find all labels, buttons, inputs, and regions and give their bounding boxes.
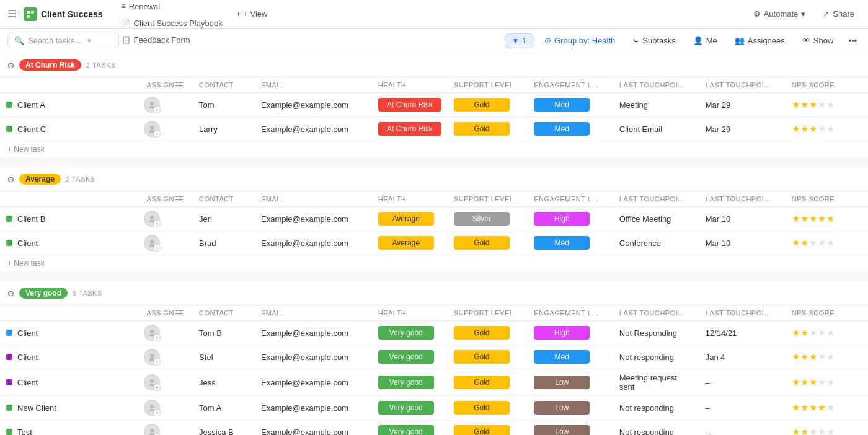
- task-name-label[interactable]: Client: [17, 239, 38, 248]
- star-empty-icon: ★: [826, 123, 835, 134]
- chevron-icon[interactable]: ⊙: [7, 61, 14, 70]
- me-button[interactable]: 👤 Me: [687, 33, 724, 48]
- avatar[interactable]: [144, 424, 160, 435]
- health-badge: Average: [378, 236, 434, 250]
- health-cell: Very good: [372, 369, 448, 396]
- col-header-engagement: ENGAGEMENT L...: [528, 305, 613, 321]
- avatar[interactable]: [144, 400, 160, 416]
- show-button[interactable]: 👁 Show: [796, 33, 840, 48]
- task-name-label[interactable]: Client: [17, 378, 38, 387]
- task-name-cell: Client A: [0, 93, 138, 117]
- new-task-button[interactable]: + New task: [0, 141, 868, 157]
- star-full-icon: ★: [800, 213, 808, 224]
- support-badge: Gold: [454, 122, 510, 136]
- health-badge: Very good: [378, 376, 434, 389]
- group-badge: Average: [19, 174, 61, 185]
- tab-label: Client Success Playbook: [134, 19, 223, 28]
- health-cell: Average: [372, 207, 448, 231]
- star-full-icon: ★: [809, 123, 817, 134]
- task-name-label[interactable]: Client: [17, 353, 38, 362]
- nps-stars: ★★★★★: [792, 123, 862, 134]
- engagement-badge: Low: [534, 376, 590, 389]
- touchpoint1-cell: Conference: [613, 231, 699, 255]
- col-header-support: SUPPORT LEVEL: [448, 305, 528, 321]
- email-cell: Example@example.com: [255, 369, 372, 396]
- nav-tab-feedback[interactable]: 📋Feedback Form: [115, 32, 229, 48]
- group-table-very-good: ASSIGNEE CONTACT EMAIL HEALTH SUPPORT LE…: [0, 305, 868, 435]
- table-row[interactable]: Client Tom B Example@example.com Very go…: [0, 321, 868, 345]
- assignee-cell: [138, 369, 193, 396]
- col-header-touchpoint2: LAST TOUCHPOI...: [699, 77, 786, 93]
- col-header-touchpoint1: LAST TOUCHPOI...: [613, 77, 699, 93]
- task-name-label[interactable]: Client B: [17, 214, 46, 224]
- nav-tab-playbook[interactable]: 📄Client Success Playbook: [115, 15, 229, 32]
- share-button[interactable]: ↗ Share: [817, 6, 861, 22]
- col-header-name: [0, 305, 138, 321]
- chevron-icon[interactable]: ⊙: [7, 175, 14, 184]
- col-header-health: HEALTH: [372, 77, 448, 93]
- star-empty-icon: ★: [826, 99, 835, 110]
- chevron-icon[interactable]: ⊙: [7, 289, 14, 298]
- task-dot: [6, 126, 12, 132]
- table-row[interactable]: New Client Tom A Example@example.com Ver…: [0, 396, 868, 420]
- table-row[interactable]: Client Jess Example@example.com Very goo…: [0, 369, 868, 396]
- automate-button[interactable]: ⚙ Automate ▾: [747, 6, 812, 22]
- nps-stars: ★★★★★: [792, 426, 862, 435]
- subtasks-button[interactable]: ⤷ Subtasks: [626, 33, 681, 48]
- task-name-label[interactable]: Client A: [17, 100, 45, 110]
- more-options-button[interactable]: •••: [844, 33, 861, 48]
- col-header-contact: CONTACT: [193, 77, 255, 93]
- svg-point-5: [150, 126, 154, 130]
- nav-tab-renewal[interactable]: ≡Renewal: [115, 0, 229, 15]
- avatar[interactable]: [144, 97, 160, 113]
- email-cell: Example@example.com: [255, 231, 372, 255]
- table-row[interactable]: Client A Tom Example@example.com At Chur…: [0, 93, 868, 117]
- tab-icon: 📋: [122, 35, 131, 44]
- task-dot: [6, 216, 12, 222]
- filter-button[interactable]: ▼ 1: [505, 33, 533, 48]
- task-name-label[interactable]: Client C: [17, 125, 46, 134]
- avatar[interactable]: [144, 374, 160, 390]
- group-by-button[interactable]: ⊙ Group by: Health: [538, 33, 621, 48]
- avatar[interactable]: [144, 121, 160, 137]
- health-badge: Very good: [378, 350, 434, 364]
- health-cell: At Churn Risk: [372, 93, 448, 117]
- table-row[interactable]: Client Brad Example@example.com Average …: [0, 231, 868, 255]
- engagement-cell: High: [528, 207, 613, 231]
- add-view-button[interactable]: + + View: [231, 6, 273, 22]
- avatar[interactable]: [144, 235, 160, 251]
- search-icon: 🔍: [14, 36, 24, 45]
- star-empty-icon: ★: [826, 327, 835, 338]
- star-full-icon: ★: [792, 402, 800, 413]
- search-box[interactable]: 🔍 Search tasks... ▾: [7, 33, 119, 48]
- menu-icon[interactable]: ☰: [7, 8, 16, 20]
- table-row[interactable]: Client C Larry Example@example.com At Ch…: [0, 117, 868, 141]
- task-name-label[interactable]: Client: [17, 328, 38, 338]
- star-full-icon: ★: [800, 377, 808, 388]
- new-task-button[interactable]: + New task: [0, 255, 868, 271]
- task-dot: [6, 405, 12, 411]
- avatar[interactable]: [144, 349, 160, 365]
- touchpoint2-cell: –: [699, 369, 786, 396]
- star-full-icon: ★: [809, 213, 817, 224]
- col-header-engagement: ENGAGEMENT L...: [528, 77, 613, 93]
- group-badge: At Churn Risk: [19, 59, 81, 71]
- group-task-count: 2 TASKS: [66, 175, 95, 183]
- assignees-button[interactable]: 👥 Assignees: [728, 33, 791, 48]
- table-row[interactable]: Client Stef Example@example.com Very goo…: [0, 345, 868, 369]
- avatar[interactable]: [144, 211, 160, 227]
- nps-stars: ★★★★★: [792, 327, 862, 338]
- task-name-label[interactable]: Test: [17, 428, 32, 436]
- main-table: ⊙ At Churn Risk 2 TASKS ASSIGNEE CONTACT…: [0, 53, 868, 435]
- col-header-health: HEALTH: [372, 191, 448, 207]
- task-name-label[interactable]: New Client: [17, 403, 56, 413]
- svg-point-7: [150, 216, 154, 219]
- assignees-icon: 👥: [735, 36, 745, 45]
- table-row[interactable]: Client B Jen Example@example.com Average…: [0, 207, 868, 231]
- touchpoint1-cell: Meeting: [613, 93, 699, 117]
- table-row[interactable]: Test Jessica B Example@example.com Very …: [0, 420, 868, 436]
- person-icon: 👤: [693, 36, 703, 45]
- svg-point-16: [149, 384, 155, 386]
- star-full-icon: ★: [809, 99, 817, 110]
- avatar[interactable]: [144, 325, 160, 341]
